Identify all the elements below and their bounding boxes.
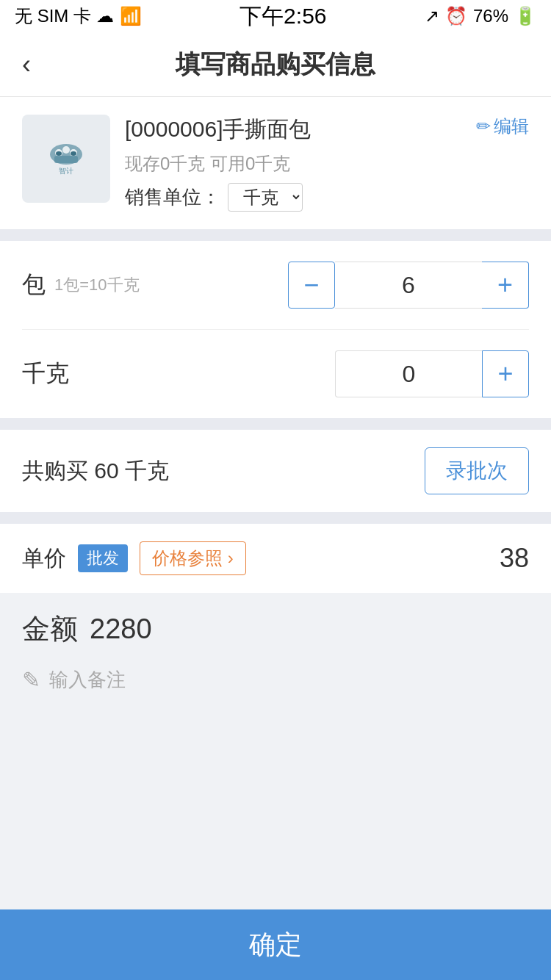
remark-placeholder: 输入备注 <box>49 667 126 693</box>
battery-icon: 🔋 <box>514 6 536 26</box>
edit-button[interactable]: ✏ 编辑 <box>476 115 529 138</box>
kg-row: 千克 + <box>22 330 529 418</box>
amount-label: 金额 <box>22 610 78 648</box>
unit-select[interactable]: 千克 包 <box>228 183 303 212</box>
kg-increase-button[interactable]: + <box>482 350 529 397</box>
remark-row[interactable]: ✎ 输入备注 <box>22 660 529 700</box>
product-card: 智计 [0000006]手撕面包 现存0千克 可用0千克 销售单位： 千克 包 … <box>0 97 551 229</box>
svg-point-2 <box>62 146 70 154</box>
confirm-label: 确定 <box>249 927 302 963</box>
pack-quantity-input[interactable] <box>335 262 482 309</box>
edit-label: 编辑 <box>494 115 529 138</box>
input-section: 包 1包=10千克 − + 千克 + <box>0 241 551 418</box>
nav-bar: ‹ 填写商品购买信息 <box>0 32 551 97</box>
location-icon: ↗ <box>425 6 439 26</box>
pack-decrease-button[interactable]: − <box>288 262 335 309</box>
pack-control: − + <box>288 262 529 309</box>
total-section: 共购买 60 千克 录批次 <box>0 430 551 512</box>
wifi-icon: 📶 <box>120 6 142 26</box>
plus-icon-kg: + <box>497 359 513 389</box>
product-info: [0000006]手撕面包 现存0千克 可用0千克 销售单位： 千克 包 <box>125 115 529 212</box>
pack-unit: 包 <box>22 269 46 301</box>
pack-label: 包 1包=10千克 <box>22 269 140 301</box>
total-text: 共购买 60 千克 <box>22 456 169 486</box>
price-ref-button[interactable]: 价格参照 › <box>140 541 246 575</box>
price-section: 单价 批发 价格参照 › 38 <box>0 524 551 593</box>
kg-label: 千克 <box>22 358 69 390</box>
edit-icon: ✏ <box>476 116 491 137</box>
divider-1 <box>0 229 551 241</box>
pack-row: 包 1包=10千克 − + <box>22 241 529 330</box>
svg-point-5 <box>71 151 76 156</box>
time-display: 下午2:56 <box>240 1 326 32</box>
status-bar: 无 SIM 卡 ☁ 📶 下午2:56 ↗ ⏰ 76% 🔋 <box>0 0 551 32</box>
battery-label: 76% <box>473 6 508 26</box>
product-name: [0000006]手撕面包 <box>125 115 529 145</box>
alarm-icon: ⏰ <box>445 6 467 26</box>
price-label: 单价 <box>22 544 66 574</box>
status-right: ↗ ⏰ 76% 🔋 <box>425 6 536 26</box>
product-unit: 销售单位： 千克 包 <box>125 183 529 212</box>
plus-icon: + <box>497 270 513 300</box>
amount-value: 2280 <box>90 613 152 645</box>
svg-point-4 <box>56 151 62 156</box>
svg-text:智计: 智计 <box>59 167 73 175</box>
page-title: 填写商品购买信息 <box>176 48 375 82</box>
confirm-button[interactable]: 确定 <box>0 909 551 980</box>
pencil-icon: ✎ <box>22 667 40 693</box>
product-stock: 现存0千克 可用0千克 <box>125 152 529 176</box>
sim-label: 无 SIM 卡 ☁ <box>15 4 114 28</box>
pack-increase-button[interactable]: + <box>482 262 529 309</box>
divider-3 <box>0 512 551 524</box>
back-icon: ‹ <box>22 49 31 79</box>
minus-icon: − <box>303 270 319 300</box>
status-left: 无 SIM 卡 ☁ 📶 <box>15 4 142 28</box>
batch-button[interactable]: 录批次 <box>425 447 529 494</box>
price-ref-label: 价格参照 › <box>152 547 234 570</box>
svg-rect-6 <box>54 156 78 163</box>
kg-quantity-input[interactable] <box>335 350 482 397</box>
amount-row: 金额 2280 <box>22 610 529 648</box>
price-badge: 批发 <box>78 544 128 572</box>
product-image: 智计 <box>22 115 110 203</box>
kg-unit: 千克 <box>22 358 69 390</box>
price-value: 38 <box>500 543 529 574</box>
pack-hint: 1包=10千克 <box>54 274 140 296</box>
amount-section: 金额 2280 ✎ 输入备注 <box>0 593 551 707</box>
divider-2 <box>0 418 551 430</box>
unit-label: 销售单位： <box>125 184 220 210</box>
kg-control: + <box>335 350 529 397</box>
back-button[interactable]: ‹ <box>22 49 31 80</box>
